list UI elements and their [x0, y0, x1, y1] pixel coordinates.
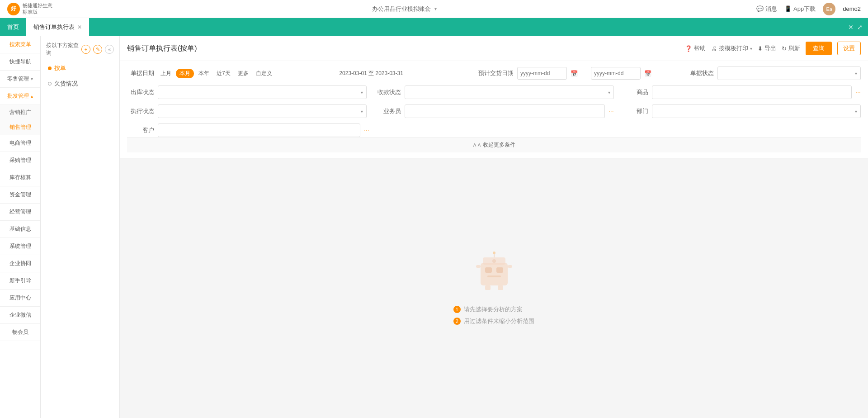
sidebar-item-inventory[interactable]: 库存核算 [0, 169, 40, 186]
date-tab-7days[interactable]: 近7天 [214, 69, 233, 78]
sidebar-item-system[interactable]: 系统管理 [0, 238, 40, 255]
message-icon: 💬 [756, 5, 764, 12]
date-tab-custom[interactable]: 自定义 [253, 69, 275, 78]
customer-input[interactable] [158, 124, 360, 137]
filter-row-1: 单据日期 上月 本月 本年 近7天 更多 自定义 2023-03-01 至 20 [127, 66, 861, 80]
wholesale-arrow: ▴ [31, 94, 33, 99]
refresh-icon: ↻ [782, 45, 787, 52]
app-download-btn[interactable]: 📱 App下载 [784, 5, 816, 13]
status-label: 单据状态 [687, 69, 714, 77]
date-tab-this-month[interactable]: 本月 [176, 69, 194, 78]
receipt-select[interactable] [405, 86, 613, 99]
sidebar-item-operation[interactable]: 经营管理 [0, 204, 40, 221]
help-icon: ❓ [685, 45, 692, 52]
sidebar-item-basic[interactable]: 基础信息 [0, 221, 40, 238]
expected-date-from[interactable] [517, 67, 567, 80]
print-btn[interactable]: 🖨 按模板打印 ▾ [711, 44, 752, 52]
page-actions: ❓ 帮助 🖨 按模板打印 ▾ ⬇ 导出 ↻ 刷新 查询 设置 [685, 42, 861, 55]
status-select-wrap: ▾ [717, 66, 861, 80]
sidebar-item-member[interactable]: 畅会员 [0, 324, 40, 341]
center-dropdown-arrow[interactable]: ▾ [434, 6, 437, 11]
goods-label: 商品 [621, 88, 648, 96]
exec-status-label: 执行状态 [127, 107, 154, 115]
center-title: 办公用品行业模拟账套 [372, 5, 431, 13]
exec-status-select[interactable] [158, 104, 367, 118]
goods-item: 商品 ··· [621, 86, 861, 99]
logo-icon: 好 [7, 3, 20, 15]
date-tab-last-month[interactable]: 上月 [158, 69, 174, 78]
salesperson-input[interactable] [405, 104, 605, 118]
export-icon: ⬇ [758, 45, 763, 52]
svg-rect-4 [476, 265, 481, 268]
out-stock-select[interactable] [158, 86, 367, 99]
left-panel-icons: + ✎ « [81, 45, 114, 54]
tab-sales-exec[interactable]: 销售订单执行表 ✕ [26, 18, 89, 36]
salesperson-label: 业务员 [374, 107, 401, 115]
dept-item: 部门 ▾ [621, 104, 861, 118]
print-dropdown-arrow[interactable]: ▾ [750, 46, 752, 51]
sidebar-item-purchase[interactable]: 采购管理 [0, 152, 40, 169]
status-select[interactable] [717, 66, 861, 80]
cal-icon-from[interactable]: 📅 [571, 70, 578, 77]
sidebar-item-finance[interactable]: 资金管理 [0, 186, 40, 204]
logo-text: 畅捷通好生意 标准版 [23, 3, 52, 14]
collapse-bar[interactable]: ∧∧ 收起更多条件 [127, 137, 861, 152]
expected-date-to[interactable] [591, 67, 641, 80]
sidebar-item-enterprise[interactable]: 企业协同 [0, 255, 40, 272]
out-stock-item: 出库状态 ▾ [127, 86, 367, 99]
svg-rect-5 [508, 265, 512, 268]
refresh-btn[interactable]: ↻ 刷新 [782, 44, 800, 52]
tab-home[interactable]: 首页 [0, 18, 26, 36]
svg-rect-3 [487, 276, 501, 277]
tab-close-all-icon[interactable]: ✕ [848, 24, 854, 31]
sidebar-sub-marketing[interactable]: 营销推广 [0, 105, 40, 120]
sidebar-item-appcenter[interactable]: 应用中心 [0, 290, 40, 307]
edit-scheme-btn[interactable]: ✎ [93, 45, 102, 54]
sidebar-item-wholesale[interactable]: 批发管理 ▴ [0, 88, 40, 105]
filter-row-2: 出库状态 ▾ 收款状态 ▾ [127, 86, 861, 99]
date-tab-this-year[interactable]: 本年 [196, 69, 212, 78]
logo-area: 好 畅捷通好生意 标准版 [7, 3, 52, 15]
empty-state: 1 请先选择要分析的方案 2 用过滤条件来缩小分析范围 [120, 158, 868, 418]
date-filter: 上月 本月 本年 近7天 更多 自定义 [158, 69, 335, 78]
sidebar-search-menu[interactable]: 搜索菜单 [0, 36, 40, 53]
status-item: 单据状态 ▾ [687, 66, 861, 80]
sidebar-item-ecommerce[interactable]: 电商管理 [0, 135, 40, 152]
tab-close-icon[interactable]: ✕ [77, 24, 82, 30]
right-area: 销售订单执行表(按单) ❓ 帮助 🖨 按模板打印 ▾ ⬇ 导出 ↻ 刷新 [120, 36, 868, 418]
sidebar-item-corpwechat[interactable]: 企业微信 [0, 307, 40, 324]
scheme-item-order[interactable]: 按单 [41, 61, 119, 76]
cal-icon-to[interactable]: 📅 [644, 70, 651, 77]
collapse-panel-btn[interactable]: « [105, 45, 114, 54]
dept-select-wrap: ▾ [652, 104, 861, 118]
empty-tips: 1 请先选择要分析的方案 2 用过滤条件来缩小分析范围 [453, 304, 535, 327]
dept-select[interactable] [652, 104, 861, 118]
avatar[interactable]: Ea [823, 3, 835, 15]
empty-illustration [472, 249, 517, 294]
filter-area: 单据日期 上月 本月 本年 近7天 更多 自定义 2023-03-01 至 20 [120, 61, 868, 158]
date-tab-more[interactable]: 更多 [235, 69, 251, 78]
sidebar-quick-nav[interactable]: 快捷导航 [0, 53, 40, 71]
out-stock-label: 出库状态 [127, 88, 154, 96]
tab-bar-right: ✕ ⤢ [848, 24, 868, 31]
salesperson-dots[interactable]: ··· [609, 108, 614, 115]
goods-dots[interactable]: ··· [855, 89, 861, 96]
sidebar-sub-sales[interactable]: 销售管理 [0, 120, 40, 135]
receipt-label: 收款状态 [374, 88, 401, 96]
page-title: 销售订单执行表(按单) [127, 44, 197, 53]
page-header: 销售订单执行表(按单) ❓ 帮助 🖨 按模板打印 ▾ ⬇ 导出 ↻ 刷新 [120, 36, 868, 61]
query-btn[interactable]: 查询 [806, 42, 832, 55]
svg-rect-7 [498, 285, 503, 290]
message-btn[interactable]: 💬 消息 [756, 5, 777, 13]
svg-rect-2 [496, 267, 503, 273]
sidebar-item-newbie[interactable]: 新手引导 [0, 272, 40, 290]
customer-dots[interactable]: ··· [364, 127, 369, 134]
goods-input[interactable] [652, 86, 852, 99]
add-scheme-btn[interactable]: + [81, 45, 90, 54]
tab-expand-icon[interactable]: ⤢ [857, 24, 863, 31]
sidebar-item-retail[interactable]: 零售管理 ▾ [0, 71, 40, 88]
export-btn[interactable]: ⬇ 导出 [758, 44, 776, 52]
scheme-item-debt[interactable]: 欠货情况 [41, 76, 119, 91]
setting-btn[interactable]: 设置 [837, 42, 861, 55]
help-btn[interactable]: ❓ 帮助 [685, 44, 706, 52]
